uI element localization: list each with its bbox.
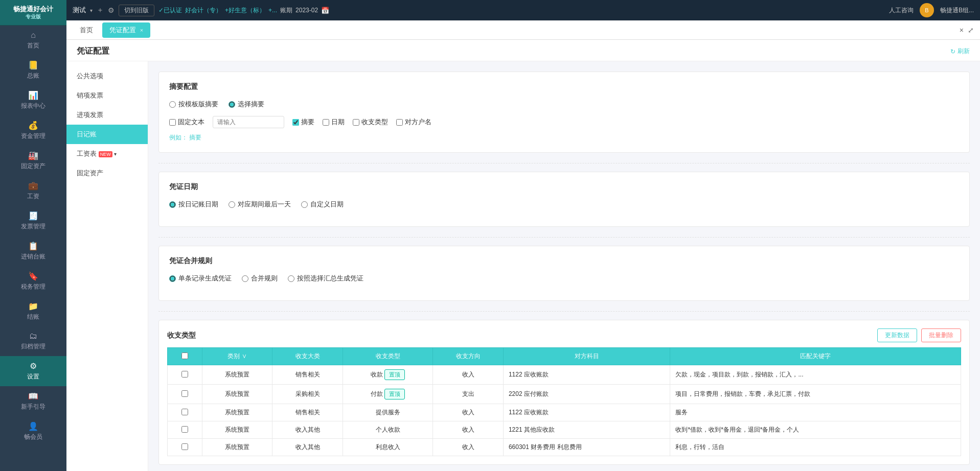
tab-home[interactable]: 首页 — [73, 22, 100, 38]
left-menu-item-purchase_invoice[interactable]: 进项发票 — [66, 105, 148, 125]
row-keywords-1: 项目，日常费用，报销款，车费，承兑汇票，付款 — [670, 385, 961, 404]
left-menu-item-payroll_table[interactable]: 工资表 NEW ▾ — [66, 144, 148, 163]
sidebar-label-reports: 报表中心 — [21, 102, 45, 110]
checkbox-summary[interactable]: 摘要 — [292, 117, 314, 127]
maximize-window-button[interactable]: ⤢ — [968, 26, 974, 34]
sidebar-item-close[interactable]: 📁结账 — [0, 296, 66, 326]
sidebar-item-home[interactable]: ⌂首页 — [0, 26, 66, 55]
tab-voucher-config[interactable]: 凭证配置 × — [102, 22, 150, 38]
product-tag2: +好生意（标） — [225, 6, 265, 15]
close-window-button[interactable]: × — [960, 26, 964, 34]
left-menu-label-purchase_invoice: 进项发票 — [77, 110, 103, 120]
sidebar-label-funds: 资金管理 — [21, 132, 45, 140]
sidebar-label-tax: 税务管理 — [21, 282, 45, 291]
switch-version-button[interactable]: 切到旧版 — [119, 5, 154, 16]
summary-example: 例如： 摘要 — [169, 133, 959, 142]
radio-template-summary[interactable]: 按模板版摘要 — [169, 100, 218, 109]
row-category-4: 系统预置 — [202, 439, 272, 456]
row-checkbox-4[interactable] — [168, 439, 202, 456]
col-checkbox[interactable] — [168, 348, 202, 365]
sidebar-item-salary[interactable]: 💼工资 — [0, 176, 66, 206]
summary-config-section: 摘要配置 按模板版摘要 选择摘要 — [158, 72, 970, 153]
left-menu-label-sales_invoice: 销项发票 — [77, 91, 103, 100]
row-checkbox-0[interactable] — [168, 365, 202, 385]
sidebar-icon-newbie: 📖 — [28, 391, 38, 401]
checkbox-fixed-text[interactable]: 固定文本 — [169, 117, 204, 127]
sidebar: 畅捷通好会计 专业版 ⌂首页📒总账📊报表中心💰资金管理🏭固定资产💼工资🧾发票管理… — [0, 0, 66, 471]
expand-icon-payroll_table[interactable]: ▾ — [114, 151, 117, 157]
radio-merge-rule[interactable]: 合并规则 — [242, 274, 278, 283]
sidebar-label-ledger: 总账 — [27, 72, 39, 80]
left-menu-item-fixed_assets[interactable]: 固定资产 — [66, 163, 148, 183]
sidebar-item-member[interactable]: 👤畅会员 — [0, 416, 66, 446]
top-tag-1[interactable]: 置顶 — [384, 389, 405, 399]
top-tag-0[interactable]: 置顶 — [384, 369, 405, 380]
logo-subtitle: 专业版 — [13, 13, 53, 20]
add-icon[interactable]: ＋ — [97, 6, 104, 15]
col-major: 收支大类 — [272, 348, 343, 365]
table-row: 系统预置 收入其他 个人收款 收入 1221 其他应收款 收到*借款，收到*备用… — [168, 421, 961, 439]
row-type-2: 提供服务 — [343, 404, 433, 421]
batch-delete-button[interactable]: 批量删除 — [921, 328, 961, 342]
income-expense-table: 类别 ∨ 收支大类 收支类型 收支方向 对方科目 匹配关键字 系统预置 销售相关 — [167, 347, 961, 456]
tabs-left: 首页 凭证配置 × — [73, 22, 960, 38]
sidebar-label-close: 结账 — [27, 313, 39, 321]
sidebar-item-reports[interactable]: 📊报表中心 — [0, 85, 66, 115]
sidebar-label-sales: 进销台账 — [21, 252, 45, 261]
radio-journal-date[interactable]: 按日记账日期 — [169, 200, 218, 209]
sidebar-item-sales[interactable]: 📋进销台账 — [0, 236, 66, 266]
sidebar-item-ledger[interactable]: 📒总账 — [0, 55, 66, 85]
summary-config-title: 摘要配置 — [169, 82, 959, 91]
checkbox-date[interactable]: 日期 — [323, 117, 345, 127]
checkbox-party[interactable]: 对方户名 — [396, 117, 431, 127]
row-checkbox-3[interactable] — [168, 421, 202, 439]
refresh-button[interactable]: ↻ 刷新 — [950, 47, 970, 56]
col-category: 类别 ∨ — [202, 348, 272, 365]
username-label: 畅捷通B组... — [940, 6, 974, 15]
sidebar-item-assets[interactable]: 🏭固定资产 — [0, 146, 66, 176]
radio-period-last[interactable]: 对应期间最后一天 — [229, 200, 291, 209]
update-data-button[interactable]: 更新数据 — [877, 328, 917, 342]
sidebar-item-archive[interactable]: 🗂归档管理 — [0, 326, 66, 356]
sidebar-icon-salary: 💼 — [28, 181, 38, 191]
config-content: 摘要配置 按模板版摘要 选择摘要 — [148, 61, 980, 471]
left-menu-label-public: 公共选项 — [77, 72, 103, 81]
more-tag: +... — [268, 7, 277, 14]
fixed-text-input[interactable] — [213, 116, 284, 128]
voucher-date-title: 凭证日期 — [169, 182, 959, 192]
sidebar-item-settings[interactable]: ⚙设置 — [0, 356, 66, 386]
row-type-0: 收款 置顶 — [343, 365, 433, 385]
radio-summary-total[interactable]: 按照选择汇总生成凭证 — [288, 274, 363, 283]
sidebar-item-tax[interactable]: 🔖税务管理 — [0, 266, 66, 296]
voucher-date-section: 凭证日期 按日记账日期 对应期间最后一天 自定义日期 — [158, 172, 970, 227]
left-menu-item-public[interactable]: 公共选项 — [66, 66, 148, 86]
sidebar-item-invoice_mgmt[interactable]: 🧾发票管理 — [0, 206, 66, 236]
row-checkbox-2[interactable] — [168, 404, 202, 421]
dropdown-icon[interactable]: ▾ — [90, 8, 93, 13]
table-row: 系统预置 采购相关 付款 置顶 支出 2202 应付账款 项目，日常费用，报销款… — [168, 385, 961, 404]
row-checkbox-1[interactable] — [168, 385, 202, 404]
radio-select-summary[interactable]: 选择摘要 — [229, 100, 264, 109]
radio-custom-date[interactable]: 自定义日期 — [301, 200, 344, 209]
tab-close-icon[interactable]: × — [140, 27, 143, 33]
checkbox-type[interactable]: 收支类型 — [353, 117, 388, 127]
table-row: 系统预置 销售相关 收款 置顶 收入 1122 应收账款 欠款，现金，项目款，到… — [168, 365, 961, 385]
radio-single-record[interactable]: 单条记录生成凭证 — [169, 274, 232, 283]
gear-icon[interactable]: ⚙ — [108, 6, 115, 14]
sidebar-label-settings: 设置 — [27, 372, 39, 381]
sidebar-item-newbie[interactable]: 📖新手引导 — [0, 386, 66, 416]
sidebar-icon-archive: 🗂 — [29, 332, 37, 341]
product-tag1: 好会计（专） — [185, 6, 222, 15]
consult-button[interactable]: 人工咨询 — [889, 6, 914, 15]
sidebar-icon-settings: ⚙ — [30, 361, 37, 371]
summary-radio-group: 按模板版摘要 选择摘要 — [169, 100, 959, 109]
calendar-icon[interactable]: 📅 — [321, 7, 329, 14]
row-keywords-2: 服务 — [670, 404, 961, 421]
left-menu-label-payroll_table: 工资表 NEW ▾ — [77, 149, 117, 158]
sidebar-item-funds[interactable]: 💰资金管理 — [0, 115, 66, 146]
left-menu-item-sales_invoice[interactable]: 销项发票 — [66, 86, 148, 105]
left-menu-label-journal: 日记账 — [77, 130, 97, 139]
left-menu-item-journal[interactable]: 日记账 — [66, 125, 148, 144]
sidebar-label-archive: 归档管理 — [21, 342, 45, 351]
period-value: 2023-02 — [295, 7, 318, 14]
